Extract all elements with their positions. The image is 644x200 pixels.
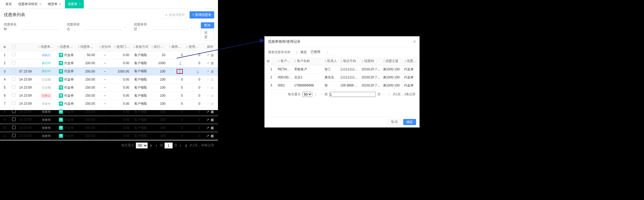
close-icon[interactable]: ✕	[79, 3, 81, 6]
chevron-down-icon: ⌄	[326, 50, 329, 53]
claim-count-link[interactable]: 1	[178, 61, 183, 65]
row-checkbox[interactable]	[12, 118, 16, 121]
page-input[interactable]	[165, 143, 173, 148]
column-header[interactable]: ▲▼优惠券类	[403, 57, 418, 65]
share-icon[interactable]: ↗	[206, 61, 209, 65]
row-checkbox[interactable]	[12, 61, 16, 64]
table-row[interactable]: 6 14 23:59 已终止 代代金券 150.00 -- 0.00 客户领取 …	[0, 92, 218, 100]
first-page-button[interactable]: |‹	[149, 144, 153, 147]
tab[interactable]: 销货单✕	[45, 0, 64, 8]
qrcode-icon[interactable]: ▦	[211, 61, 214, 65]
per-page-select[interactable]: 50	[136, 143, 148, 148]
table-row[interactable]: 9 14 23:59 待发布 代代金券 150.00 -- 0.00 客户领取 …	[0, 116, 218, 124]
table-row[interactable]: 2 执行中 代代金券 100.00 -- 0.00 客户领取 1000 1 0 …	[0, 59, 218, 67]
column-header[interactable]: ▲▼优惠券类型	[56, 43, 77, 51]
add-coupon-button[interactable]: + 新增优惠券	[190, 11, 214, 19]
row-checkbox[interactable]	[12, 53, 16, 56]
use-count-link[interactable]: 1	[195, 70, 200, 73]
filter-status-select[interactable]	[85, 24, 122, 30]
close-icon[interactable]: ✕	[39, 3, 41, 6]
prev-page-button[interactable]: ‹	[155, 144, 158, 147]
row-checkbox[interactable]	[12, 126, 16, 129]
row-checkbox[interactable]	[12, 101, 16, 105]
qrcode-icon[interactable]: ▦	[211, 53, 214, 57]
column-header[interactable]: ▲▼领用数量	[168, 43, 185, 51]
table-row[interactable]: 3000117666666666张156 6666 …2019120 70…满1…	[266, 81, 418, 89]
coupon-type: 代代金券	[59, 101, 74, 106]
next-page-button[interactable]: ›	[179, 144, 182, 147]
table-row[interactable]: 1RETAIL…零散客户张三111111111112019120 70…满100…	[266, 65, 418, 73]
table-row[interactable]: 5 14 23:59 已过期 代代金券 150.00 -- 0.00 客户领取 …	[0, 83, 218, 92]
filter-name-label: 优惠券名称	[4, 22, 20, 31]
table-row[interactable]: 8 14 23:59 待发布 代代金券 150.00 -- 0.00 客户领取 …	[0, 108, 218, 116]
detail-first-page-button[interactable]: |‹	[314, 92, 318, 96]
search-input-wrap: ⌕	[268, 50, 298, 55]
column-header[interactable]: ▲▼发行数量	[150, 43, 168, 51]
column-header[interactable]: 操作	[202, 43, 218, 51]
detail-page-summary: 共1页，3条记录	[393, 92, 416, 97]
column-header[interactable]: ▲▼优惠码	[361, 57, 382, 65]
search-input[interactable]	[268, 50, 295, 54]
filter-name-input[interactable]	[21, 24, 59, 30]
detail-next-page-button[interactable]: ›	[382, 92, 385, 96]
select-all-checkbox[interactable]	[12, 45, 16, 48]
voucher-icon: 代	[59, 101, 63, 106]
close-icon[interactable]: ✕	[59, 3, 61, 6]
column-header[interactable]	[9, 43, 18, 51]
column-header[interactable]: ▲▼发放方式	[131, 43, 150, 51]
row-checkbox[interactable]	[12, 77, 16, 81]
voucher-icon: 代	[59, 69, 63, 74]
detail-status-select[interactable]: 已使用 ⌄	[310, 49, 337, 55]
search-icon[interactable]: ⌕	[296, 50, 298, 54]
column-header[interactable]: ▲▼优惠券面值	[77, 43, 97, 51]
status-badge: 已过期	[41, 85, 52, 90]
row-checkbox[interactable]	[12, 110, 16, 113]
table-row[interactable]: 7 14 23:59 待发布 代代金券 150.00 -- 0.00 客户领取 …	[0, 100, 218, 108]
column-header[interactable]: ▲▼优惠主题	[382, 57, 403, 65]
query-button[interactable]: 查询	[201, 22, 214, 28]
detail-prev-page-button[interactable]: ‹	[320, 92, 323, 96]
column-header[interactable]: ▲▼客户…	[277, 57, 293, 65]
filter-type-select[interactable]	[151, 24, 189, 30]
gear-icon[interactable]: ⚙	[3, 45, 6, 49]
column-header[interactable]: ▲▼使用门槛…	[113, 43, 132, 51]
column-header[interactable]: ▲▼联系人	[323, 57, 339, 65]
column-header[interactable]: ▲▼使用数量	[185, 43, 202, 51]
row-checkbox[interactable]	[12, 93, 16, 97]
share-icon[interactable]: ↗	[206, 70, 209, 73]
last-page-button[interactable]: ›|	[184, 144, 188, 147]
column-header[interactable]: ▲▼电话号码	[339, 57, 361, 65]
column-header[interactable]: ▲▼优惠券状态	[37, 43, 56, 51]
close-icon[interactable]: ✕	[413, 39, 416, 44]
column-header[interactable]: ⚙	[266, 57, 277, 65]
header-row: 优惠券列表 ⊕ 发放优惠券 + 新增优惠券	[0, 9, 218, 21]
row-checkbox[interactable]	[12, 69, 16, 73]
column-header[interactable]	[18, 43, 37, 51]
confirm-button[interactable]: 确定	[403, 119, 416, 125]
row-checkbox[interactable]	[12, 134, 16, 137]
detail-last-page-button[interactable]: ›|	[387, 92, 391, 96]
claim-count-link[interactable]: 3	[177, 69, 183, 74]
table-row[interactable]: 10 14 23:59 待发布 代代金券 150.00 -- 0.00 客户领取…	[0, 124, 218, 132]
row-checkbox[interactable]	[12, 85, 16, 89]
column-header[interactable]: ⚙	[0, 43, 9, 51]
share-icon: ↗	[206, 134, 209, 138]
detail-page-input[interactable]	[329, 92, 376, 97]
settings-button[interactable]: 设置	[201, 30, 214, 40]
share-icon[interactable]: ↗	[206, 53, 209, 57]
tab[interactable]: 优惠券详情页✕	[16, 0, 44, 8]
column-header[interactable]: ▲▼客户名称	[293, 57, 323, 65]
tab[interactable]: 优惠券✕	[65, 0, 84, 8]
qrcode-icon[interactable]: ▦	[211, 70, 214, 73]
gear-icon[interactable]: ⚙	[267, 59, 271, 63]
issue-coupon-button[interactable]: ⊕ 发放优惠券	[162, 11, 188, 19]
tab[interactable]: 首页	[3, 0, 14, 8]
column-header[interactable]: ▲▼折扣%	[97, 43, 113, 51]
table-row[interactable]: 4 14 23:59 已过期 代代金券 150.00 -- 0.00 客户领取 …	[0, 75, 218, 83]
detail-per-page-select[interactable]: 50	[302, 92, 312, 97]
table-row[interactable]: 3 07 23:59 执行中 代代金券 200.00 -- 1000.00 客户…	[0, 67, 218, 75]
table-row[interactable]: 1 待执行 代代金券 50.00 -- 0.00 客户领取 10 0 0 ↗▦	[0, 51, 218, 59]
cancel-button[interactable]: 取消	[388, 119, 401, 125]
table-row[interactable]: 11 14 23:59 待发布 代代金券 150.00 -- 0.00 客户领取…	[0, 132, 218, 140]
table-row[interactable]: 200010001北京1唐先生111111111112019120 70…满10…	[266, 73, 418, 81]
